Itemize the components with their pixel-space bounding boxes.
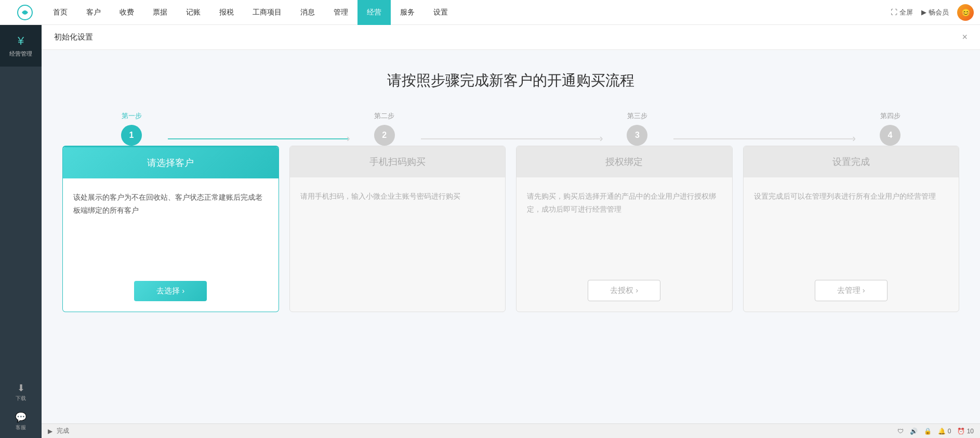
step-3-label: 第三步 xyxy=(627,111,647,121)
operation-icon: ¥ xyxy=(18,34,24,48)
app-logo xyxy=(6,4,44,21)
main-layout: ¥ 经营管理 ⬇ 下载 💬 客服 初始化设置 × 请按照步骤完成新客户的开通购买… xyxy=(0,25,980,438)
card-2-header: 手机扫码购买 xyxy=(290,146,506,177)
clock-icon: ⏰ 10 xyxy=(957,428,974,435)
sidebar: ¥ 经营管理 ⬇ 下载 💬 客服 xyxy=(0,25,42,438)
nav-settings[interactable]: 设置 xyxy=(424,0,457,25)
card-1-body: 该处展示的客户为不在回收站、客户状态正常建账后完成老板端绑定的所有客户 xyxy=(63,178,279,273)
nav-right-actions: ⛶ 全屏 ▶ 畅会员 😊 xyxy=(891,4,974,21)
card-4-footer: 去管理 › xyxy=(744,272,959,312)
card-4-body: 设置完成后可以在管理列表进行所有企业用户的经营管理 xyxy=(744,177,959,272)
status-bar-left: ▶ 完成 xyxy=(48,427,69,435)
card-3-footer: 去授权 › xyxy=(517,272,732,312)
connector-3: › xyxy=(673,138,854,139)
step-node-4: 第四步 4 xyxy=(854,111,926,146)
nav-message[interactable]: 消息 xyxy=(291,0,324,25)
step-2-label: 第二步 xyxy=(374,111,394,121)
shield-icon: 🛡 xyxy=(897,428,904,435)
step-1-label: 第一步 xyxy=(122,111,142,121)
nav-invoice[interactable]: 票据 xyxy=(143,0,177,25)
card-1-header: 请选择客户 xyxy=(63,147,279,178)
step-heading: 请按照步骤完成新客户的开通购买流程 xyxy=(62,71,959,91)
nav-accounting[interactable]: 记账 xyxy=(177,0,210,25)
connector-1: › xyxy=(168,138,348,139)
step-circle-1: 1 xyxy=(121,125,142,146)
card-3-title: 授权绑定 xyxy=(605,157,643,167)
nav-tax[interactable]: 报税 xyxy=(210,0,243,25)
card-2-title: 手机扫码购买 xyxy=(369,157,426,167)
nav-customer[interactable]: 客户 xyxy=(77,0,110,25)
nav-menu: 首页 客户 收费 票据 记账 报税 工商项目 消息 管理 经营 服务 设置 xyxy=(44,0,891,25)
membership-button[interactable]: ▶ 畅会员 xyxy=(921,8,949,17)
fullscreen-label: 全屏 xyxy=(899,8,913,17)
nav-service[interactable]: 服务 xyxy=(391,0,424,25)
membership-label: 畅会员 xyxy=(929,8,949,17)
step-card-4: 设置完成 设置完成后可以在管理列表进行所有企业用户的经营管理 去管理 › xyxy=(743,146,960,312)
card-4-header: 设置完成 xyxy=(744,146,959,177)
step-circle-3: 3 xyxy=(627,125,647,146)
nav-operation[interactable]: 经营 xyxy=(357,0,391,25)
go-manage-button[interactable]: 去管理 › xyxy=(815,280,888,301)
card-1-footer: 去选择 › xyxy=(63,273,279,312)
content-area: 初始化设置 × 请按照步骤完成新客户的开通购买流程 第一步 1 › 第二步 xyxy=(42,25,980,438)
card-2-body: 请用手机扫码，输入小微企业主账号密码进行购买 xyxy=(290,177,506,293)
user-avatar[interactable]: 😊 xyxy=(957,4,974,21)
steps-track: 第一步 1 › 第二步 2 › 第三步 xyxy=(95,111,926,146)
card-2-footer xyxy=(290,293,506,312)
avatar-icon: 😊 xyxy=(961,8,970,17)
fullscreen-button[interactable]: ⛶ 全屏 xyxy=(891,8,913,17)
nav-manage[interactable]: 管理 xyxy=(324,0,357,25)
step-cards: 请选择客户 该处展示的客户为不在回收站、客户状态正常建账后完成老板端绑定的所有客… xyxy=(62,146,959,312)
status-bar-right: 🛡 🔊 🔒 🔔 0 ⏰ 10 xyxy=(897,428,974,435)
connector-2: › xyxy=(421,138,601,139)
go-select-button[interactable]: 去选择 › xyxy=(134,281,207,301)
page-header: 初始化设置 × xyxy=(42,25,980,50)
nav-fee[interactable]: 收费 xyxy=(110,0,143,25)
lock-icon: 🔒 xyxy=(924,428,932,435)
sidebar-support[interactable]: 💬 客服 xyxy=(0,409,42,434)
top-navigation: 首页 客户 收费 票据 记账 报税 工商项目 消息 管理 经营 服务 设置 ⛶ … xyxy=(0,0,980,25)
card-1-title: 请选择客户 xyxy=(147,158,194,168)
card-3-header: 授权绑定 xyxy=(517,146,732,177)
support-icon: 💬 xyxy=(15,411,27,423)
go-authorize-button[interactable]: 去授权 › xyxy=(588,280,660,301)
download-label: 下载 xyxy=(16,395,26,402)
support-label: 客服 xyxy=(16,424,26,431)
volume-icon: 🔊 xyxy=(910,428,918,435)
card-4-text: 设置完成后可以在管理列表进行所有企业用户的经营管理 xyxy=(754,192,936,200)
close-button[interactable]: × xyxy=(962,32,968,43)
sidebar-bottom: ⬇ 下载 💬 客服 xyxy=(0,380,42,438)
operation-label: 经营管理 xyxy=(9,50,32,58)
step-card-1: 请选择客户 该处展示的客户为不在回收站、客户状态正常建账后完成老板端绑定的所有客… xyxy=(62,146,279,312)
notification-badge: 🔔 0 xyxy=(938,428,951,435)
step-node-2: 第二步 2 xyxy=(348,111,421,146)
step-circle-4: 4 xyxy=(880,125,900,146)
step-circle-2: 2 xyxy=(374,125,395,146)
card-3-text: 请先购买，购买后选择开通的产品中的企业用户进行授权绑定，成功后即可进行经营管理 xyxy=(527,192,716,213)
nav-home[interactable]: 首页 xyxy=(44,0,77,25)
nav-business[interactable]: 工商项目 xyxy=(243,0,291,25)
card-2-text: 请用手机扫码，输入小微企业主账号密码进行购买 xyxy=(300,192,460,200)
status-bar: ▶ 完成 🛡 🔊 🔒 🔔 0 ⏰ 10 xyxy=(42,423,980,438)
card-4-title: 设置完成 xyxy=(832,157,870,167)
play-icon: ▶ xyxy=(921,8,926,16)
download-icon: ⬇ xyxy=(17,382,25,394)
fullscreen-icon: ⛶ xyxy=(891,8,897,16)
step-node-3: 第三步 3 xyxy=(601,111,673,146)
play-status-icon: ▶ xyxy=(48,428,52,435)
step-container: 请按照步骤完成新客户的开通购买流程 第一步 1 › 第二步 2 xyxy=(42,50,980,423)
sidebar-download[interactable]: ⬇ 下载 xyxy=(0,380,42,405)
step-node-1: 第一步 1 xyxy=(95,111,168,146)
step-card-2: 手机扫码购买 请用手机扫码，输入小微企业主账号密码进行购买 xyxy=(289,146,506,312)
status-text: 完成 xyxy=(57,427,69,435)
card-1-text: 该处展示的客户为不在回收站、客户状态正常建账后完成老板端绑定的所有客户 xyxy=(73,193,262,214)
card-3-body: 请先购买，购买后选择开通的产品中的企业用户进行授权绑定，成功后即可进行经营管理 xyxy=(517,177,732,272)
sidebar-item-operation[interactable]: ¥ 经营管理 xyxy=(0,25,42,67)
page-title: 初始化设置 xyxy=(54,32,93,42)
step-4-label: 第四步 xyxy=(880,111,900,121)
step-card-3: 授权绑定 请先购买，购买后选择开通的产品中的企业用户进行授权绑定，成功后即可进行… xyxy=(516,146,733,312)
